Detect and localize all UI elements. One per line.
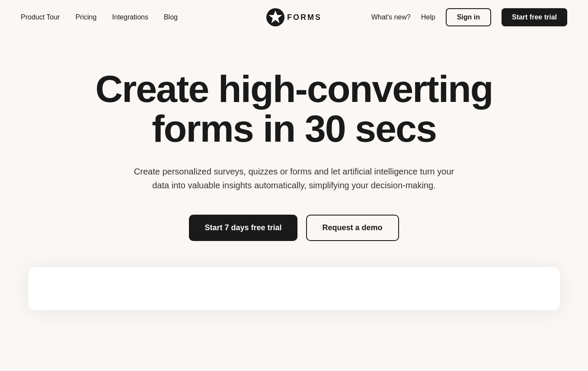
hero-title-line2: forms in 30 secs (152, 107, 436, 150)
logo-icon (266, 8, 284, 26)
logo-text: FORMS (287, 13, 322, 22)
product-preview-card (28, 267, 560, 310)
navbar: Product Tour Pricing Integrations Blog F… (0, 0, 588, 35)
hero-section: Create high-converting forms in 30 secs … (0, 35, 588, 336)
request-demo-button[interactable]: Request a demo (306, 215, 399, 241)
hero-buttons: Start 7 days free trial Request a demo (189, 215, 399, 241)
nav-left: Product Tour Pricing Integrations Blog (21, 13, 178, 21)
nav-blog[interactable]: Blog (164, 13, 178, 21)
hero-title-line1: Create high-converting (95, 67, 492, 110)
nav-pricing[interactable]: Pricing (75, 13, 96, 21)
nav-product-tour[interactable]: Product Tour (21, 13, 60, 21)
nav-help[interactable]: Help (421, 13, 435, 21)
hero-subtitle: Create personalized surveys, quizzes or … (125, 165, 463, 192)
logo[interactable]: FORMS (266, 8, 322, 26)
nav-right: What's new? Help Sign in Start free tria… (371, 8, 567, 26)
signin-button[interactable]: Sign in (446, 8, 491, 26)
hero-title: Create high-converting forms in 30 secs (95, 69, 492, 149)
nav-integrations[interactable]: Integrations (112, 13, 148, 21)
start-trial-nav-button[interactable]: Start free trial (502, 8, 567, 26)
start-trial-hero-button[interactable]: Start 7 days free trial (189, 215, 297, 241)
nav-whats-new[interactable]: What's new? (371, 13, 411, 21)
